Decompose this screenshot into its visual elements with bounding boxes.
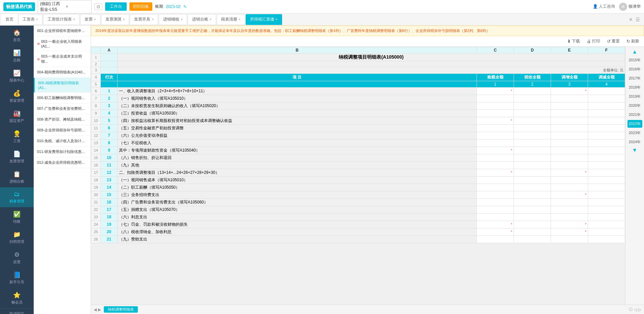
reset-icon: ↺	[607, 39, 611, 44]
close-all-button[interactable]: ✕	[629, 17, 633, 22]
year-2022-button[interactable]: 2022年	[627, 120, 642, 128]
tab-home[interactable]: 首页	[1, 14, 18, 25]
submenu-item-004[interactable]: 004-期间费用明细表(A1040...	[34, 67, 91, 78]
reset-button[interactable]: ↺ 重置	[605, 37, 622, 45]
year-2019-button[interactable]: 2019年	[627, 93, 642, 100]
close-icon[interactable]: ×	[94, 18, 96, 21]
spreadsheet[interactable]: A B C D E F 1	[91, 47, 625, 305]
table-row: 11 6 （五）交易性金融资产初始投资调整	[91, 124, 625, 132]
print-button[interactable]: 🖨 打印	[585, 37, 602, 45]
col-header-d: D	[514, 47, 551, 53]
sidebar-item-fixed-assets[interactable]: 🏭 固定资产	[0, 106, 34, 127]
submenu-item-008[interactable]: 008-资产折旧、摊销及纳税...	[34, 114, 91, 125]
year-2016-button[interactable]: 2016年	[627, 65, 642, 73]
year-2018-button[interactable]: 2018年	[627, 84, 642, 91]
copy-icon[interactable]: ⊡	[94, 3, 102, 10]
submenu-item-011[interactable]: 011-研发费用加计扣除优惠...	[34, 147, 91, 157]
scroll-right-button[interactable]: ▶	[98, 307, 101, 312]
close-icon[interactable]: ×	[73, 18, 75, 21]
next-page-button[interactable]: ▷	[638, 307, 641, 312]
tab-purchase-check[interactable]: 进销稽核×	[159, 14, 187, 25]
company-selector[interactable]: (物副) 江西股金-LSS ▼	[38, 0, 92, 13]
sidebar-item-invoice-mgmt[interactable]: 📄 发票管理	[0, 147, 34, 167]
year-scroll-up-button[interactable]: ▲	[632, 48, 638, 56]
home-icon: 🏠	[13, 29, 21, 36]
year-2024-button[interactable]: 2024年	[627, 138, 642, 146]
edit-period-icon[interactable]: ✎	[183, 4, 187, 9]
sidebar-label-ledger: 总账	[13, 58, 21, 63]
tab-menu-button[interactable]: ☰	[636, 17, 640, 22]
user-info[interactable]: 徐 徐泽华	[619, 3, 641, 11]
submenu-item-003[interactable]: ⊗ 003-一般企业成本支出明细...	[34, 51, 91, 67]
submenu-label-011: 011-研发费用加计扣除优惠...	[37, 149, 85, 154]
tab-invoice[interactable]: 发票×	[80, 14, 100, 25]
close-icon[interactable]: ×	[123, 18, 125, 21]
tab-salary[interactable]: 工资表×	[18, 14, 42, 25]
submenu-item-001[interactable]: 001-企业所得税年度纳税申...	[34, 26, 91, 36]
submenu-item-010[interactable]: 010-免税、减计收入及加计...	[34, 136, 91, 147]
sidebar-label-home: 首页	[13, 37, 21, 42]
submenu-item-005[interactable]: 005-纳税调整项目明细表(A1...	[34, 78, 91, 93]
close-icon[interactable]: ×	[152, 18, 154, 21]
table-row: 8 3 （二）未按权责发生制原则确认的收入（填写A105020）	[91, 102, 625, 109]
submenu-item-009[interactable]: 009-企业所得税弥补亏损明...	[34, 125, 91, 136]
sidebar-item-settings[interactable]: ⚙ 设置	[0, 248, 34, 268]
sidebar-label-member: 畅会员	[11, 300, 23, 305]
period-value[interactable]: 2023-02	[166, 4, 181, 9]
sidebar-item-guide[interactable]: 📘 新手引导	[0, 268, 34, 288]
submenu-label-007: 007-广告费和业务宣传费明...	[37, 106, 85, 111]
year-scroll-down-button[interactable]: ▼	[632, 147, 638, 154]
submenu-item-007[interactable]: 007-广告费和业务宣传费明...	[34, 103, 91, 114]
submenu-item-002[interactable]: ⊗ 002-一般企业收入明细表(A1...	[34, 36, 91, 51]
sheet-tab[interactable]: 纳税调整明细表	[104, 306, 138, 313]
sidebar-item-general-ledger[interactable]: 📊 总账	[0, 46, 34, 66]
sidebar-item-home[interactable]: 🏠 首页	[0, 26, 34, 46]
sidebar-item-reports[interactable]: 📈 报表中心	[0, 66, 34, 86]
old-version-button[interactable]: 切到旧板	[129, 2, 152, 11]
sidebar-item-close-accounts[interactable]: ✅ 结账	[0, 207, 34, 227]
year-2023-button[interactable]: 2023年	[627, 129, 642, 137]
support-link[interactable]: 👤 人工咨询	[593, 4, 615, 9]
submenu-item-006[interactable]: 006-职工薪酬纳税调整明细...	[34, 93, 91, 103]
tab-invoice-open[interactable]: 发票开具×	[130, 14, 158, 25]
sidebar-item-salary[interactable]: 👷 工资	[0, 127, 34, 147]
scroll-left-button[interactable]: ◀	[94, 307, 97, 312]
col-header-e: E	[551, 47, 588, 53]
tab-invoice-calc[interactable]: 发票测算×	[101, 14, 129, 25]
refresh-button[interactable]: ↻ 刷新	[624, 37, 641, 45]
warning-text: 2019年度涉及取以前年度继续数据的申报表单元格需要手工维护正确，才能保证本年及…	[95, 29, 490, 33]
prev-page-button[interactable]: ◁	[634, 307, 637, 312]
guide-icon: 📘	[13, 271, 21, 279]
year-2021-button[interactable]: 2021年	[627, 111, 642, 119]
sidebar-item-member[interactable]: ⭐ 畅会员	[0, 288, 34, 308]
warning-bar: 2019年度涉及取以前年度继续数据的申报表单元格需要手工维护正确，才能保证本年及…	[91, 26, 644, 36]
sidebar-item-archive[interactable]: 📁 归档管理	[0, 227, 34, 248]
close-icon[interactable]: ×	[239, 18, 241, 21]
submenu-label-004: 004-期间费用明细表(A1040...	[37, 70, 86, 75]
col-header-row	[91, 47, 101, 53]
tab-income-tax[interactable]: 所得税汇算缴×	[246, 14, 282, 25]
work-desk-button[interactable]: 工作台	[105, 2, 127, 11]
close-icon[interactable]: ×	[276, 18, 278, 21]
close-icon[interactable]: ×	[210, 18, 212, 21]
avatar: 徐	[619, 3, 627, 11]
print-label: 打印	[592, 38, 600, 44]
sidebar-label-finance: 资金管理	[9, 98, 24, 103]
tab-tax-list[interactable]: 税表清册×	[217, 14, 245, 25]
year-2020-button[interactable]: 2020年	[627, 102, 642, 109]
tab-bar-actions: ✕ ☰	[629, 17, 643, 22]
sidebar-item-purchase-ledger[interactable]: 📋 进销台账	[0, 167, 34, 187]
close-icon[interactable]: ×	[181, 18, 183, 21]
sidebar-item-tax[interactable]: 🗂 税务管理	[0, 187, 34, 207]
close-icon[interactable]: ×	[36, 18, 38, 21]
sidebar-item-finance[interactable]: 💰 资金管理	[0, 86, 34, 106]
sidebar-collapse-button[interactable]: 取消固定	[0, 308, 34, 314]
year-2015-button[interactable]: 2015年	[627, 56, 642, 64]
tab-salary-report[interactable]: 工资统计报表×	[43, 14, 80, 25]
submenu-label-006: 006-职工薪酬纳税调整明细...	[37, 95, 85, 100]
tab-purchase-ledger[interactable]: 进销台账×	[188, 14, 216, 25]
sidebar-label-purchase: 进销台账	[9, 179, 24, 184]
download-button[interactable]: ⬇ 下载	[565, 37, 582, 45]
year-2017-button[interactable]: 2017年	[627, 74, 642, 82]
submenu-item-012[interactable]: 012-减免企业所得税优惠明...	[34, 157, 91, 168]
